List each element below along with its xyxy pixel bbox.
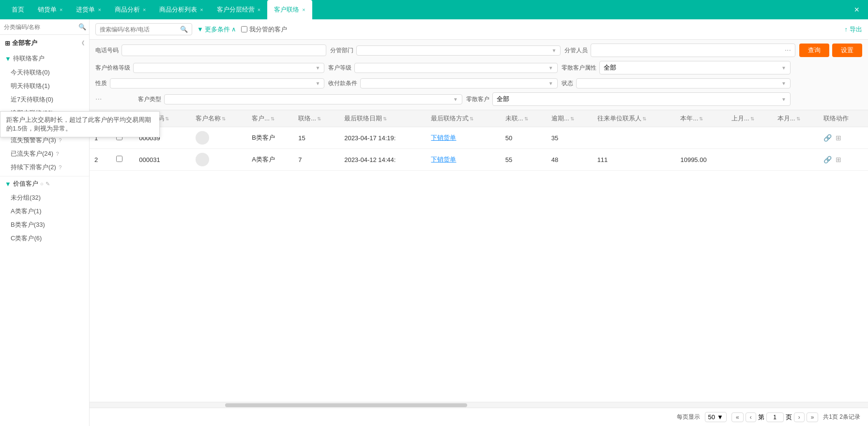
filter-nature-select[interactable]: ▼ [110,78,324,88]
sidebar-item-b-class[interactable]: B类客户(33) [0,218,89,232]
filter-payment-select[interactable]: ▼ [360,78,557,88]
nav-home[interactable]: 首页 [5,0,31,19]
row1-link-icon[interactable]: 🔗 [823,134,832,142]
nav-customer-tier[interactable]: 客户分层经营 × [210,0,267,19]
churn-warn-help-icon: ? [59,137,61,143]
col9-sort-icon[interactable]: ⇅ [570,116,574,121]
row2-checkbox[interactable] [116,156,122,162]
grid-icon: ⊞ [5,40,10,47]
col7-sort-icon[interactable]: ⇅ [470,116,473,121]
filter-icon: ▼ [197,26,203,33]
sidebar-item-ungroup[interactable]: 未分组(32) [0,191,89,205]
filter-manager-select[interactable]: ··· [591,44,795,57]
filter-customer-grade-select[interactable]: ▼ [354,63,557,73]
filter-phone-input[interactable] [122,44,326,56]
sidebar-item-7days[interactable]: 近7天待联络(0) [0,93,89,106]
filter-retail-customer-select[interactable]: 全部 ▼ [492,92,791,106]
nav-product-analysis[interactable]: 商品分析 × [108,0,152,19]
export-btn[interactable]: ↑ 导出 [845,25,863,34]
filter-customer-type-select[interactable]: ▼ [164,94,462,104]
row2-actions: 🔗 ⊞ [823,156,863,163]
row2-grid-icon[interactable]: ⊞ [836,156,841,163]
more-conditions-btn[interactable]: ▼ 更多条件 ∧ [197,25,236,34]
row2-last-method[interactable]: 下销货单 [431,156,456,163]
sidebar-item-churned[interactable]: 已流失客户(24) ? [0,147,89,161]
filter-retail-attr-select[interactable]: 全部 ▼ [599,61,791,74]
churned-help-icon: ? [56,151,59,157]
filter-row-4: ··· 客户类型 ▼ 零散客户 全部 ▼ [95,92,862,106]
window-close-icon[interactable]: × [850,5,863,15]
sidebar-item-a-class[interactable]: A类客户(1) [0,205,89,218]
close-product-analysis-list-icon[interactable]: × [200,0,203,19]
retail-attr-arrow: ▼ [781,65,786,71]
page-prev-btn[interactable]: ‹ [746,412,756,422]
col3-sort-icon[interactable]: ⇅ [222,116,226,121]
col10-sort-icon[interactable]: ⇅ [642,116,646,121]
row1-last-method[interactable]: 下销货单 [431,134,456,141]
value-section-circle-icon[interactable]: ○ [40,181,44,187]
status-arrow: ▼ [781,81,786,86]
close-customer-tier-icon[interactable]: × [258,0,260,19]
nav-customer-contact[interactable]: 客户联络 × [267,0,312,19]
sidebar-item-c-class[interactable]: C类客户(6) [0,232,89,245]
more-conditions-arrow: ∧ [231,26,236,33]
my-customers-checkbox[interactable]: 我分管的客户 [241,25,287,34]
my-customers-check[interactable] [241,26,247,32]
col11-sort-icon[interactable]: ⇅ [699,116,703,121]
value-section-arrow: ▼ [5,180,11,188]
per-page-select[interactable]: 50 ▼ [705,412,727,422]
sidebar-item-declining[interactable]: 持续下滑客户(2) ? [0,161,89,174]
sidebar: 🔍 ⊞ 全部客户 《 ▼ 待联络客户 今天待联络(0) 明天待联络(1) 近7天… [0,19,90,426]
tooltip-box: 距客户上次交易时长，超过了此客户的平均交易周期的1.5倍，则视为异常。 [0,111,90,137]
row2-link-icon[interactable]: 🔗 [823,156,832,163]
sidebar-item-today[interactable]: 今天待联络(0) [0,66,89,79]
pending-arrow-icon: ▼ [5,55,11,62]
filter-search-input[interactable] [100,26,178,33]
top-nav: 首页 销货单 × 进货单 × 商品分析 × 商品分析列表 × 客户分层经营 × … [0,0,868,19]
row1-avatar [196,131,209,145]
settings-btn[interactable]: 设置 [832,44,862,57]
value-section-edit-icon[interactable]: ✎ [46,181,50,187]
close-purchase-icon[interactable]: × [98,0,101,19]
filter-retail-attr: 零散客户属性 全部 ▼ [562,61,791,74]
sidebar-search-area: 🔍 [0,19,89,35]
col6-sort-icon[interactable]: ⇅ [383,116,387,121]
col13-sort-icon[interactable]: ⇅ [796,116,800,121]
sidebar-search-icon[interactable]: 🔍 [78,23,86,30]
filter-row-2: 客户价格等级 ▼ 客户等级 ▼ 零散客户属性 全部 [95,61,862,74]
pagination: « ‹ 第 页 › » [731,412,818,422]
pending-contact-group[interactable]: ▼ 待联络客户 [0,51,89,66]
scroll-thumb[interactable] [225,403,467,407]
horizontal-scrollbar[interactable] [90,402,868,408]
row4-ellipsis[interactable]: ··· [95,95,102,103]
nav-sales[interactable]: 销货单 × [31,0,69,19]
export-icon: ↑ [845,26,848,33]
nav-product-analysis-list[interactable]: 商品分析列表 × [152,0,210,19]
close-sales-icon[interactable]: × [60,0,62,19]
nav-purchase[interactable]: 进货单 × [69,0,107,19]
col4-sort-icon[interactable]: ⇅ [271,116,274,121]
advanced-filters: 电话号码 分管部门 ▼ 分管人员 ··· [90,40,868,110]
filter-dept-select[interactable]: ▼ [356,45,561,56]
page-first-btn[interactable]: « [731,412,744,422]
sidebar-collapse-btn[interactable]: 《 [79,40,84,47]
sidebar-item-tomorrow[interactable]: 明天待联络(1) [0,79,89,93]
page-input[interactable] [766,412,784,422]
page-next-btn[interactable]: › [794,412,805,422]
row1-grid-icon[interactable]: ⊞ [836,134,841,142]
col12-sort-icon[interactable]: ⇅ [750,116,754,121]
col5-sort-icon[interactable]: ⇅ [317,116,321,121]
col2-sort-icon[interactable]: ⇅ [165,116,169,121]
customer-table: ⚙ 客户编码⇅ 客户名称⇅ 客户...⇅ 联络...⇅ 最后联络日期⇅ 最后联络… [90,110,868,171]
filter-price-grade-select[interactable]: ▼ [133,63,324,73]
page-last-btn[interactable]: » [807,412,819,422]
query-btn[interactable]: 查询 [799,44,829,57]
filter-status-select[interactable]: ▼ [576,78,791,88]
filter-row-3: 性质 ▼ 收付款条件 ▼ 状态 [95,78,862,88]
filter-search-icon[interactable]: 🔍 [180,26,188,33]
close-product-analysis-icon[interactable]: × [143,0,146,19]
sidebar-search-input[interactable] [4,24,76,30]
close-customer-contact-icon[interactable]: × [302,0,305,19]
filter-dept: 分管部门 ▼ [330,45,561,56]
col8-sort-icon[interactable]: ⇅ [524,116,528,121]
